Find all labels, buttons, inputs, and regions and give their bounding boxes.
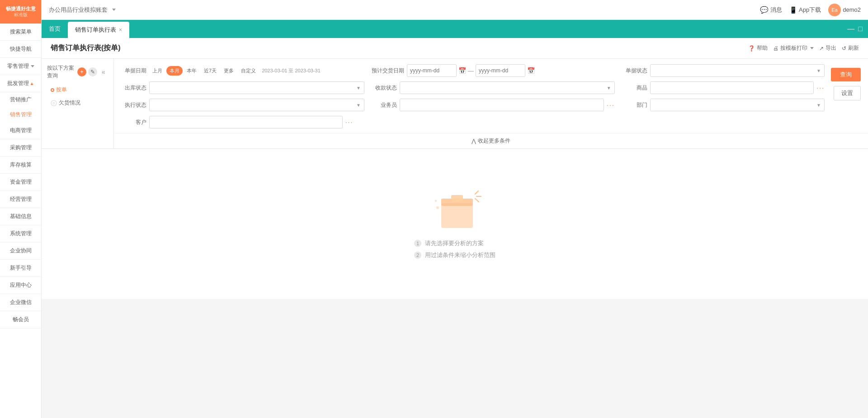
sidebar-item-enterprise[interactable]: 企业协同 bbox=[0, 242, 41, 260]
sidebar-item-purchase[interactable]: 采购管理 bbox=[0, 139, 41, 157]
breadcrumb-chevron-icon[interactable] bbox=[112, 9, 116, 11]
app-download-btn[interactable]: 📱 App下载 bbox=[789, 6, 821, 14]
sidebar: 畅捷通好生意 标准版 搜索菜单 快捷导航 零售管理 批发管理 ▲ 营销推广 销售… bbox=[0, 0, 42, 418]
plan-item-order[interactable]: 按单 bbox=[47, 83, 108, 96]
collapse-more-bar[interactable]: ⋀ 收起更多条件 bbox=[114, 133, 868, 148]
print-label: 按模板打印 bbox=[780, 44, 807, 52]
goods-input[interactable] bbox=[650, 81, 814, 94]
sidebar-item-inventory[interactable]: 库存核算 bbox=[0, 157, 41, 174]
date-cur-year-btn[interactable]: 本年 bbox=[184, 66, 200, 76]
filter-row3: 执行状态 ▼ 业务员 bbox=[121, 99, 825, 111]
top-header: 办公用品行业模拟账套 💬 消息 📱 App下载 Ea demo2 bbox=[42, 0, 868, 20]
filter-rows: 单据日期 上月 本月 本年 近7天 更多 自定义 2023-03-01 至 20… bbox=[121, 64, 825, 133]
sidebar-item-quicknav[interactable]: 快捷导航 bbox=[0, 41, 41, 58]
add-plan-btn[interactable]: + bbox=[77, 67, 86, 76]
out-status-select-wrapper: ▼ bbox=[149, 81, 364, 94]
out-status-select[interactable] bbox=[149, 81, 364, 94]
sidebar-item-wechat[interactable]: 企业微信 bbox=[0, 294, 41, 311]
sidebar-item-finance[interactable]: 资金管理 bbox=[0, 174, 41, 191]
collection-status-select-wrapper: ▼ bbox=[400, 81, 615, 94]
calendar-icon1[interactable]: 📅 bbox=[458, 67, 466, 74]
edit-plan-btn[interactable]: ✎ bbox=[88, 67, 97, 76]
sidebar-item-member[interactable]: 畅会员 bbox=[0, 311, 41, 328]
collection-status-select[interactable] bbox=[400, 81, 615, 94]
date-7days-btn[interactable]: 近7天 bbox=[201, 66, 220, 76]
exec-status-select-wrapper: ▼ bbox=[149, 99, 364, 111]
page-header: 销售订单执行表(按单) ❓ 帮助 🖨 按模板打印 ↗ 导出 ↺ 刷新 bbox=[42, 38, 868, 59]
svg-rect-0 bbox=[441, 203, 473, 228]
app-logo[interactable]: 畅捷通好生意 标准版 bbox=[0, 0, 41, 24]
filter-field-dept: 部门 ▼ bbox=[622, 99, 825, 111]
date-cur-month-btn[interactable]: 本月 bbox=[166, 66, 183, 76]
sidebar-item-ecommerce[interactable]: 电商管理 bbox=[0, 122, 41, 139]
export-icon: ↗ bbox=[819, 45, 824, 52]
filter-plan-label: 按以下方案查询 bbox=[47, 64, 77, 80]
help-btn[interactable]: ❓ 帮助 bbox=[748, 44, 768, 52]
goods-more-icon[interactable]: ··· bbox=[816, 84, 825, 91]
empty-tips: 1 请先选择要分析的方案 2 用过滤条件来缩小分析范围 bbox=[414, 239, 495, 263]
logo-text: 畅捷通好生意 bbox=[6, 5, 36, 12]
svg-point-6 bbox=[436, 206, 439, 209]
sidebar-item-basic[interactable]: 基础信息 bbox=[0, 208, 41, 225]
expected-date-label: 预计交货日期 bbox=[372, 67, 404, 75]
date-label: 单据日期 bbox=[121, 67, 146, 75]
page-title: 销售订单执行表(按单) bbox=[51, 43, 121, 53]
sidebar-item-appcenter[interactable]: 应用中心 bbox=[0, 277, 41, 294]
query-button[interactable]: 查询 bbox=[831, 68, 861, 81]
filter-field-customer: 客户 ··· bbox=[121, 116, 353, 128]
help-icon: ❓ bbox=[748, 45, 755, 52]
empty-state: 1 请先选择要分析的方案 2 用过滤条件来缩小分析范围 bbox=[42, 149, 868, 299]
collection-status-label: 收款状态 bbox=[372, 84, 397, 92]
tab-close-icon[interactable]: × bbox=[119, 27, 122, 33]
sidebar-item-retail[interactable]: 零售管理 bbox=[0, 58, 41, 75]
app-download-label: App下载 bbox=[799, 6, 821, 14]
filter-field-salesperson: 业务员 ··· bbox=[372, 99, 615, 111]
main-wrapper: 办公用品行业模拟账套 💬 消息 📱 App下载 Ea demo2 首页 bbox=[42, 0, 868, 418]
sidebar-item-newbie[interactable]: 新手引导 bbox=[0, 260, 41, 277]
date-custom-btn[interactable]: 自定义 bbox=[238, 66, 259, 76]
tab-sales-order[interactable]: 销售订单执行表 × bbox=[68, 22, 129, 38]
tab-home[interactable]: 首页 bbox=[42, 20, 68, 38]
collapse-more-btn[interactable]: ⋀ 收起更多条件 bbox=[472, 137, 510, 145]
filter-plan-actions: + ✎ « bbox=[77, 67, 108, 76]
date-prev-month-btn[interactable]: 上月 bbox=[149, 66, 165, 76]
dept-select[interactable] bbox=[650, 99, 825, 111]
dept-label: 部门 bbox=[622, 101, 647, 109]
salesperson-more-icon[interactable]: ··· bbox=[607, 101, 615, 109]
sidebar-item-sales[interactable]: 销售管理 bbox=[0, 107, 41, 122]
tab-maximize-btn[interactable]: □ bbox=[858, 25, 863, 33]
message-btn[interactable]: 💬 消息 bbox=[760, 6, 782, 14]
plan-item-shortage[interactable]: ○ 欠货情况 bbox=[47, 96, 108, 109]
date-more-btn[interactable]: 更多 bbox=[221, 66, 237, 76]
expected-date-from[interactable] bbox=[407, 64, 457, 77]
customer-input[interactable] bbox=[149, 116, 343, 128]
doc-status-select[interactable] bbox=[650, 64, 825, 77]
svg-rect-2 bbox=[451, 195, 463, 202]
user-profile[interactable]: Ea demo2 bbox=[828, 4, 861, 16]
sidebar-item-system[interactable]: 系统管理 bbox=[0, 225, 41, 242]
doc-status-label: 单据状态 bbox=[622, 67, 647, 75]
print-btn[interactable]: 🖨 按模板打印 bbox=[773, 44, 814, 52]
tip-num1: 1 bbox=[414, 240, 421, 247]
collapse-sidebar-btn[interactable]: « bbox=[99, 67, 108, 76]
salesperson-input[interactable] bbox=[400, 99, 604, 111]
date-buttons: 上月 本月 本年 近7天 更多 自定义 2023-03-01 至 2023-03… bbox=[149, 66, 364, 76]
retail-chevron-icon bbox=[31, 65, 34, 67]
wholesale-expand-icon: ▲ bbox=[30, 81, 34, 86]
exec-status-select[interactable] bbox=[149, 99, 364, 111]
sidebar-item-operation[interactable]: 经营管理 bbox=[0, 191, 41, 208]
customer-more-icon[interactable]: ··· bbox=[345, 119, 354, 126]
settings-button[interactable]: 设置 bbox=[834, 86, 861, 100]
help-label: 帮助 bbox=[757, 44, 768, 52]
print-icon: 🖨 bbox=[773, 45, 778, 52]
sidebar-item-marketing[interactable]: 营销推广 bbox=[0, 92, 41, 107]
expected-date-to[interactable] bbox=[476, 64, 525, 77]
calendar-icon2[interactable]: 📅 bbox=[527, 67, 535, 74]
filter-form: 单据日期 上月 本月 本年 近7天 更多 自定义 2023-03-01 至 20… bbox=[114, 59, 868, 133]
tab-minimize-btn[interactable]: — bbox=[847, 25, 854, 33]
empty-illustration bbox=[432, 185, 477, 230]
sidebar-item-search[interactable]: 搜索菜单 bbox=[0, 24, 41, 41]
sidebar-item-wholesale[interactable]: 批发管理 ▲ bbox=[0, 75, 41, 92]
export-btn[interactable]: ↗ 导出 bbox=[819, 44, 836, 52]
refresh-btn[interactable]: ↺ 刷新 bbox=[842, 44, 859, 52]
